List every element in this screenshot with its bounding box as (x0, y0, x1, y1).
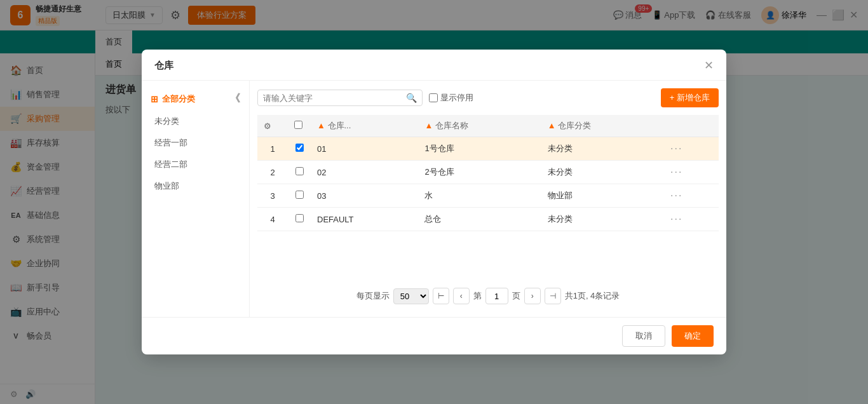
category-item-property[interactable]: 物业部 (142, 175, 249, 197)
row-index: 2 (257, 161, 288, 184)
row-name: 水 (418, 184, 541, 208)
sort-cat-icon: ▲ (548, 121, 556, 130)
row-actions[interactable]: ··· (664, 161, 719, 184)
gear-col-icon[interactable]: ⚙ (264, 121, 271, 131)
row-code: 02 (311, 161, 418, 184)
row-checkbox-cell[interactable] (288, 184, 311, 208)
row-index: 4 (257, 208, 288, 231)
row-actions[interactable]: ··· (664, 184, 719, 208)
add-warehouse-btn[interactable]: + 新增仓库 (661, 88, 719, 107)
row-name: 2号仓库 (418, 161, 541, 184)
row-checkbox[interactable] (295, 214, 304, 222)
row-index: 3 (257, 184, 288, 208)
table-row[interactable]: 4 DEFAULT 总仓 未分类 ··· (257, 208, 719, 231)
table-row[interactable]: 2 02 2号仓库 未分类 ··· (257, 161, 719, 184)
col-check (288, 115, 311, 137)
row-more-icon[interactable]: ··· (670, 166, 682, 177)
row-code: DEFAULT (311, 208, 418, 231)
first-page-btn[interactable]: ⊢ (433, 288, 449, 304)
row-checkbox[interactable] (295, 191, 304, 199)
search-icon[interactable]: 🔍 (406, 93, 417, 103)
sort-name-icon: ▲ (424, 121, 433, 130)
table-container: ⚙ ▲ 仓库... ▲ (257, 115, 719, 279)
col-actions-header (664, 115, 719, 137)
row-more-icon[interactable]: ··· (670, 213, 682, 224)
pagination: 每页显示 50 100 200 ⊢ ‹ 第 页 › ⊣ 共1页, 4条记录 (257, 279, 719, 309)
warehouse-table: ⚙ ▲ 仓库... ▲ (257, 115, 719, 231)
row-category: 物业部 (541, 184, 664, 208)
table-header-row: ⚙ ▲ 仓库... ▲ (257, 115, 719, 137)
table-panel: 🔍 显示停用 + 新增仓库 ⚙ (250, 81, 726, 317)
page-input[interactable] (485, 288, 508, 304)
col-name-header: ▲ 仓库名称 (418, 115, 541, 137)
row-more-icon[interactable]: ··· (670, 190, 682, 201)
last-page-btn[interactable]: ⊣ (545, 288, 561, 304)
row-code: 01 (311, 137, 418, 161)
sort-icon: ▲ (317, 121, 325, 130)
category-item-none[interactable]: 未分类 (142, 111, 249, 132)
prev-page-btn[interactable]: ‹ (453, 288, 470, 304)
row-category: 未分类 (541, 208, 664, 231)
col-category-header: ▲ 仓库分类 (541, 115, 664, 137)
row-actions[interactable]: ··· (664, 137, 719, 161)
modal-overlay: 仓库 ✕ ⊞ 全部分类 《 未分类 经营一部 经营二部 物业部 (0, 0, 868, 404)
row-category: 未分类 (541, 137, 664, 161)
modal-close-btn[interactable]: ✕ (704, 58, 714, 72)
table-row[interactable]: 1 01 1号仓库 未分类 ··· (257, 137, 719, 161)
row-index: 1 (257, 137, 288, 161)
col-gear: ⚙ (257, 115, 288, 137)
row-name: 总仓 (418, 208, 541, 231)
modal-footer: 取消 确定 (142, 317, 726, 354)
category-panel: ⊞ 全部分类 《 未分类 经营一部 经营二部 物业部 (142, 81, 250, 317)
search-box[interactable]: 🔍 (257, 90, 423, 106)
table-toolbar: 🔍 显示停用 + 新增仓库 (257, 88, 719, 107)
category-item-ops1[interactable]: 经营一部 (142, 132, 249, 154)
row-category: 未分类 (541, 161, 664, 184)
modal-body: ⊞ 全部分类 《 未分类 经营一部 经营二部 物业部 🔍 (142, 81, 726, 317)
col-code-header: ▲ 仓库... (311, 115, 418, 137)
row-checkbox[interactable] (295, 167, 304, 175)
cancel-btn[interactable]: 取消 (622, 325, 665, 347)
row-actions[interactable]: ··· (664, 208, 719, 231)
row-checkbox-cell[interactable] (288, 208, 311, 231)
row-checkbox[interactable] (295, 144, 304, 152)
next-page-btn[interactable]: › (524, 288, 541, 304)
row-checkbox-cell[interactable] (288, 161, 311, 184)
confirm-btn[interactable]: 确定 (672, 325, 714, 347)
row-name: 1号仓库 (418, 137, 541, 161)
search-input[interactable] (263, 93, 403, 103)
all-category-label[interactable]: ⊞ 全部分类 (151, 93, 195, 105)
modal-title: 仓库 (154, 60, 173, 72)
collapse-icon[interactable]: 《 (230, 92, 240, 105)
per-page-select[interactable]: 50 100 200 (393, 288, 429, 304)
row-checkbox-cell[interactable] (288, 137, 311, 161)
row-more-icon[interactable]: ··· (670, 143, 682, 154)
category-all[interactable]: ⊞ 全部分类 《 (142, 87, 249, 111)
row-code: 03 (311, 184, 418, 208)
modal-header: 仓库 ✕ (142, 50, 726, 81)
show-disabled-checkbox[interactable] (429, 93, 438, 102)
select-all-checkbox[interactable] (294, 121, 302, 129)
category-item-ops2[interactable]: 经营二部 (142, 154, 249, 175)
grid-icon: ⊞ (151, 94, 158, 104)
show-disabled-label[interactable]: 显示停用 (429, 92, 473, 104)
warehouse-modal: 仓库 ✕ ⊞ 全部分类 《 未分类 经营一部 经营二部 物业部 (142, 50, 726, 354)
table-row[interactable]: 3 03 水 物业部 ··· (257, 184, 719, 208)
